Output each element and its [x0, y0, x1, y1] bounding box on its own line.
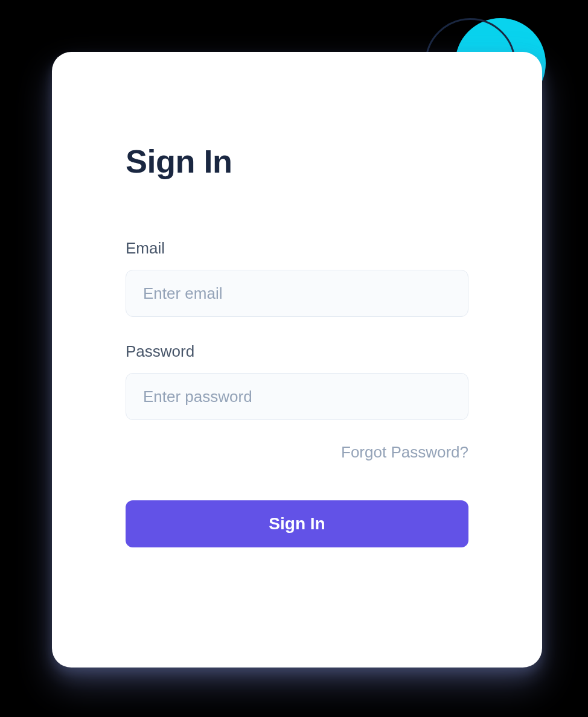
email-label: Email — [126, 239, 468, 258]
password-field-group: Password — [126, 342, 468, 420]
page-title: Sign In — [126, 142, 468, 180]
email-field-group: Email — [126, 239, 468, 317]
signin-button[interactable]: Sign In — [126, 500, 468, 547]
password-label: Password — [126, 342, 468, 361]
email-input[interactable] — [126, 270, 468, 317]
password-input[interactable] — [126, 373, 468, 420]
forgot-password-link[interactable]: Forgot Password? — [126, 443, 468, 462]
signin-card: Sign In Email Password Forgot Password? … — [52, 52, 542, 668]
